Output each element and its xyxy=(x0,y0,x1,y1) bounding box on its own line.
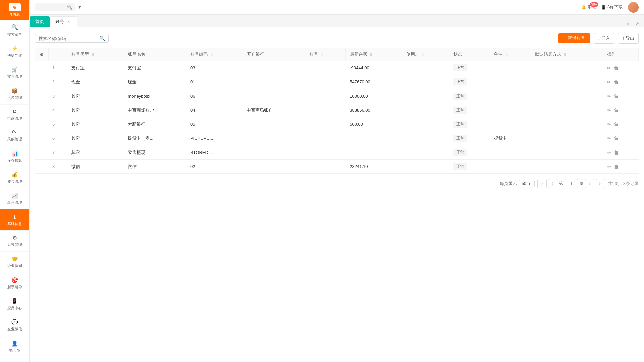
sidebar-item-label-purchase: 采购管理 xyxy=(7,137,22,142)
edit-button[interactable]: ✏ xyxy=(607,122,611,127)
row-name: 大新银行 xyxy=(124,117,186,131)
user-avatar[interactable] xyxy=(628,2,639,13)
first-page-button[interactable]: ⟨⟨ xyxy=(537,179,547,188)
row-balance: 547670.00 xyxy=(345,75,402,89)
search-icon[interactable]: 🔍 xyxy=(99,36,105,41)
row-type: 微信 xyxy=(67,160,124,174)
sidebar-item-capital[interactable]: 💰 资金管理 xyxy=(0,167,29,188)
col-type[interactable]: 账号类型 ⇅ xyxy=(67,48,124,61)
sidebar-item-retail[interactable]: 🛒 零售管理 xyxy=(0,62,29,83)
sidebar-item-label-member: 畅会员 xyxy=(9,348,20,353)
tab-accounts[interactable]: 账号 × xyxy=(50,16,77,27)
sidebar-item-system[interactable]: ⚙ 系统管理 xyxy=(0,231,29,252)
sidebar-nav: 🔍 搜索菜单 ⚡ 快捷导航 🛒 零售管理 📦 批发管理 🖥 电商管理 🛍 采购管… xyxy=(0,20,29,362)
export-button[interactable]: ↑ 导出 xyxy=(618,33,639,44)
enterprise-icon: 🤝 xyxy=(11,256,18,262)
topbar-messages[interactable]: 🔔 消息 99+ xyxy=(581,4,596,10)
col-status[interactable]: 状态 ⇅ xyxy=(449,48,490,61)
next-page-button[interactable]: ⟩ xyxy=(585,179,594,188)
delete-button[interactable]: 🗑 xyxy=(614,136,619,141)
edit-button[interactable]: ✏ xyxy=(607,150,611,155)
sidebar-item-app_center[interactable]: 📱 应用中心 xyxy=(0,294,29,315)
topbar-download[interactable]: 📱 App下载 xyxy=(601,4,623,10)
sidebar-item-purchase[interactable]: 🛍 采购管理 xyxy=(0,125,29,146)
status-badge: 正常 xyxy=(453,107,467,114)
topbar-search-input[interactable] xyxy=(38,5,65,10)
sidebar-item-shortcut[interactable]: ⚡ 快捷导航 xyxy=(0,41,29,62)
col-settlement[interactable]: 默认结算方式 ⇅ xyxy=(531,48,603,61)
row-settlement xyxy=(531,75,603,89)
edit-button[interactable]: ✏ xyxy=(607,94,611,99)
row-settings xyxy=(35,131,48,145)
import-button[interactable]: ↓ 导入 xyxy=(594,33,614,44)
sidebar-item-enterprise_wechat[interactable]: 💬 企业微信 xyxy=(0,315,29,336)
last-page-button[interactable]: ⟩⟩ xyxy=(596,179,605,188)
page-input[interactable] xyxy=(565,179,578,188)
row-settlement xyxy=(531,61,603,75)
col-bank[interactable]: 开户银行 ⇅ xyxy=(243,48,305,61)
topbar-search-box[interactable]: 🔍 xyxy=(35,3,75,11)
search-icon: 🔍 xyxy=(11,24,18,31)
sidebar-item-inventory[interactable]: 📊 库存核算 xyxy=(0,146,29,167)
edit-button[interactable]: ✏ xyxy=(607,164,611,169)
col-remark[interactable]: 备注 ⇅ xyxy=(490,48,531,61)
row-status: 正常 xyxy=(449,160,490,174)
col-use[interactable]: 使用... ⇅ xyxy=(402,48,449,61)
tab-home[interactable]: 首页 xyxy=(30,16,50,27)
col-account[interactable]: 账号 ⇅ xyxy=(305,48,345,61)
sidebar-item-label-shortcut: 快捷导航 xyxy=(7,53,22,58)
table-row: 1 支付宝 支付宝 03 -90444.00 正常 ✏ 🗑 xyxy=(35,61,639,75)
dropdown-chevron-icon: ▼ xyxy=(78,5,82,10)
row-bank xyxy=(243,145,305,160)
row-type: 其它 xyxy=(67,145,124,160)
col-balance[interactable]: 最新余额 ⇅ xyxy=(345,48,402,61)
sidebar-item-search[interactable]: 🔍 搜索菜单 xyxy=(0,20,29,41)
row-use xyxy=(402,103,449,117)
sidebar-item-enterprise[interactable]: 🤝 企业协同 xyxy=(0,252,29,273)
delete-button[interactable]: 🗑 xyxy=(614,150,619,155)
search-input[interactable] xyxy=(39,36,97,41)
col-code[interactable]: 账号编码 ⇅ xyxy=(186,48,243,61)
edit-button[interactable]: ✏ xyxy=(607,108,611,113)
row-settlement xyxy=(531,160,603,174)
page-size-dropdown[interactable]: 50 ▼ xyxy=(519,180,534,187)
status-badge: 正常 xyxy=(453,78,467,85)
row-use xyxy=(402,89,449,103)
row-name: 微信 xyxy=(124,160,186,174)
sidebar-item-operation[interactable]: 📈 经营管理 xyxy=(0,188,29,209)
edit-button[interactable]: ✏ xyxy=(607,65,611,71)
delete-button[interactable]: 🗑 xyxy=(614,79,619,85)
sidebar-item-wholesale[interactable]: 📦 批发管理 xyxy=(0,83,29,105)
sidebar-item-label-ecommerce: 电商管理 xyxy=(7,116,22,121)
search-box[interactable]: 🔍 xyxy=(35,34,109,43)
row-settings xyxy=(35,89,48,103)
edit-button[interactable]: ✏ xyxy=(607,79,611,85)
add-account-button[interactable]: + 新增账号 xyxy=(558,33,590,43)
row-balance: 28241.10 xyxy=(345,160,402,174)
row-settlement xyxy=(531,145,603,160)
prev-page-button[interactable]: ⟨ xyxy=(548,179,557,188)
delete-button[interactable]: 🗑 xyxy=(614,65,619,71)
table-row: 2 现金 现金 01 547670.00 正常 ✏ 🗑 xyxy=(35,75,639,89)
delete-button[interactable]: 🗑 xyxy=(614,122,619,127)
sidebar-item-member[interactable]: 👤 畅会员 xyxy=(0,336,29,357)
download-icon: 📱 xyxy=(601,5,606,10)
col-settings[interactable]: ⚙ xyxy=(35,48,48,61)
delete-button[interactable]: 🗑 xyxy=(614,94,619,99)
sidebar-item-ecommerce[interactable]: 🖥 电商管理 xyxy=(0,105,29,125)
edit-button[interactable]: ✏ xyxy=(607,136,611,141)
delete-button[interactable]: 🗑 xyxy=(614,164,619,169)
system-icon: ⚙ xyxy=(12,235,17,241)
tab-accounts-close[interactable]: × xyxy=(66,19,71,24)
sidebar-item-basic[interactable]: ℹ 基础信息 xyxy=(0,209,29,231)
row-status: 正常 xyxy=(449,131,490,145)
row-balance: -90444.00 xyxy=(345,61,402,75)
delete-button[interactable]: 🗑 xyxy=(614,108,619,113)
tab-close-btn[interactable]: ✕ xyxy=(625,20,631,27)
operation-icon: 📈 xyxy=(11,192,18,199)
col-name[interactable]: 账号名称 ⇅ xyxy=(124,48,186,61)
sidebar-item-guide[interactable]: 🎯 新手引导 xyxy=(0,273,29,294)
page-size-label: 每页显示 xyxy=(500,181,517,187)
topbar-dropdown[interactable]: ▼ xyxy=(78,5,82,10)
tab-expand-btn[interactable]: ⤢ xyxy=(634,20,641,27)
